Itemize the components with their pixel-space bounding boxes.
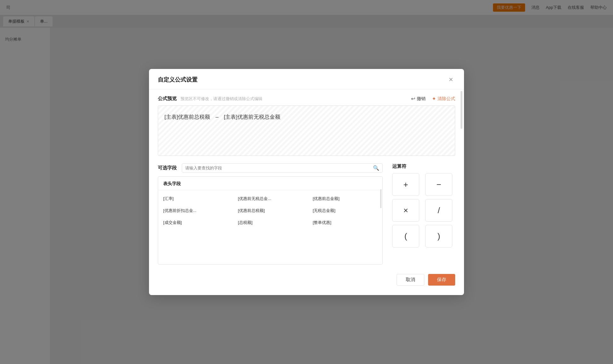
field-item-3[interactable]: [优惠前折扣总金... — [158, 205, 233, 217]
revoke-button[interactable]: ↩ 撤销 — [411, 96, 426, 102]
formula-tag-2: [主表]优惠前无税总金额 — [224, 114, 280, 120]
fields-scrollbar[interactable] — [380, 177, 382, 264]
formula-preview-section: 公式预览 预览区不可修改，请通过撤销或清除公式编辑 ↩ 撤销 ✦ 清除公式 [主… — [158, 96, 455, 156]
operators-panel: 运算符 + − × / ( ) — [392, 163, 455, 264]
dialog-footer: 取消 保存 — [149, 268, 464, 286]
field-item-1[interactable]: [优惠前无税总金... — [233, 193, 307, 205]
field-item-5[interactable]: [无税总金额] — [308, 205, 382, 217]
operators-grid: + − × / ( ) — [392, 173, 455, 247]
fields-panel-header: 可选字段 🔍 — [158, 163, 383, 173]
formula-preview-area: [主表]优惠前总税额 – [主表]优惠前无税总金额 — [158, 105, 455, 156]
fields-group-label: 表头字段 — [158, 177, 382, 190]
formula-content: [主表]优惠前总税额 – [主表]优惠前无税总金额 — [164, 113, 449, 121]
dialog-body: 公式预览 预览区不可修改，请通过撤销或清除公式编辑 ↩ 撤销 ✦ 清除公式 [主… — [149, 89, 464, 268]
operator-multiply[interactable]: × — [392, 199, 419, 222]
formula-preview-label: 公式预览 — [158, 96, 177, 102]
field-item-0[interactable]: [汇率] — [158, 193, 233, 205]
field-item-6[interactable]: [成交金额] — [158, 217, 233, 229]
custom-formula-dialog: 自定义公式设置 ✕ 公式预览 预览区不可修改，请通过撤销或清除公式编辑 ↩ 撤销… — [149, 69, 464, 295]
dialog-title: 自定义公式设置 — [158, 76, 198, 83]
formula-operator: – — [215, 114, 220, 120]
operator-subtract[interactable]: − — [425, 173, 452, 196]
cancel-button[interactable]: 取消 — [397, 274, 424, 286]
fields-panel-title: 可选字段 — [158, 165, 177, 171]
field-item-8[interactable]: [整单优惠] — [308, 217, 382, 229]
formula-preview-header: 公式预览 预览区不可修改，请通过撤销或清除公式编辑 ↩ 撤销 ✦ 清除公式 — [158, 96, 455, 102]
clear-icon: ✦ — [432, 96, 436, 102]
operator-close-paren[interactable]: ) — [425, 225, 452, 247]
field-search-box[interactable]: 🔍 — [182, 163, 383, 173]
fields-list-container: 表头字段 [汇率] [优惠前无税总金... [优惠前总金额] [优惠前折扣总金.… — [158, 176, 383, 264]
operator-open-paren[interactable]: ( — [392, 225, 419, 247]
field-item-4[interactable]: [优惠前总税额] — [233, 205, 307, 217]
clear-formula-button[interactable]: ✦ 清除公式 — [432, 96, 455, 102]
field-search-input[interactable] — [185, 166, 371, 170]
fields-and-operators-section: 可选字段 🔍 表头字段 [汇率] [优惠前无税总金... [优惠前总金额] [优… — [158, 163, 455, 264]
fields-scrollbar-thumb — [380, 189, 381, 208]
field-item-7[interactable]: [总税额] — [233, 217, 307, 229]
search-icon: 🔍 — [373, 165, 379, 171]
operators-panel-title: 运算符 — [392, 163, 455, 169]
fields-grid: [汇率] [优惠前无税总金... [优惠前总金额] [优惠前折扣总金... [优… — [158, 190, 382, 231]
operator-divide[interactable]: / — [425, 199, 452, 222]
clear-label: 清除公式 — [438, 96, 455, 102]
formula-tag-1: [主表]优惠前总税额 — [164, 114, 210, 120]
dialog-header: 自定义公式设置 ✕ — [149, 69, 464, 89]
dialog-close-button[interactable]: ✕ — [446, 75, 455, 84]
save-button[interactable]: 保存 — [428, 274, 455, 286]
fields-panel: 可选字段 🔍 表头字段 [汇率] [优惠前无税总金... [优惠前总金额] [优… — [158, 163, 383, 264]
revoke-icon: ↩ — [411, 96, 415, 102]
field-item-2[interactable]: [优惠前总金额] — [308, 193, 382, 205]
formula-actions: ↩ 撤销 ✦ 清除公式 — [411, 96, 455, 102]
operator-add[interactable]: + — [392, 173, 419, 196]
formula-preview-hint: 预览区不可修改，请通过撤销或清除公式编辑 — [180, 96, 262, 102]
dialog-scrollbar[interactable] — [460, 88, 463, 294]
dialog-scrollbar-thumb — [461, 91, 462, 129]
revoke-label: 撤销 — [417, 96, 426, 102]
